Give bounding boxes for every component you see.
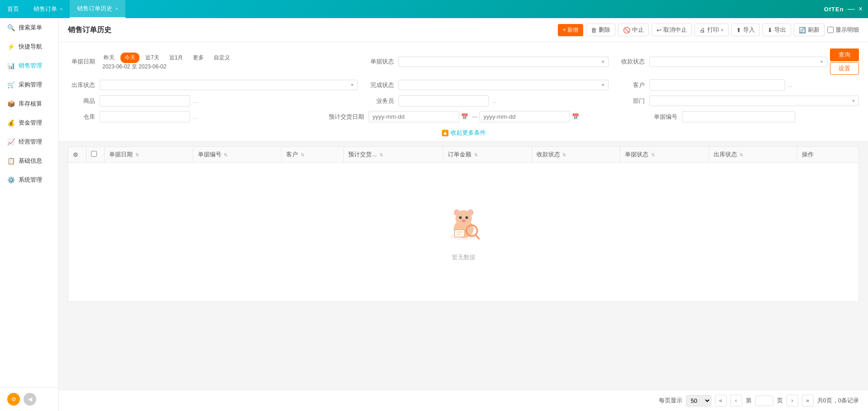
page-suffix: 页 <box>777 396 783 405</box>
customer-col: 客户 ... <box>618 79 859 91</box>
warehouse-dots[interactable]: ... <box>193 113 198 120</box>
date-btn-7days[interactable]: 近7天 <box>141 53 163 63</box>
bill-no-input[interactable] <box>682 111 795 122</box>
salesperson-dots[interactable]: ... <box>492 97 497 104</box>
complete-status-col: 完成状态 ▾ <box>367 80 608 90</box>
sidebar-item-quick-nav[interactable]: ⚡ 快捷导航 <box>0 37 58 56</box>
set-btn[interactable]: 设置 <box>830 62 859 75</box>
sidebar-item-finance[interactable]: 💰 资金管理 <box>0 113 58 132</box>
receipt-status-select[interactable]: ▾ <box>649 57 827 67</box>
display-detail-checkbox[interactable] <box>827 27 834 33</box>
print-btn[interactable]: 🖨 打印 ▾ <box>695 24 729 36</box>
date-btn-yesterday[interactable]: 昨天 <box>100 53 119 63</box>
tab-bar: 首页 销售订单 × 销售订单历史 × <box>0 0 819 18</box>
operations-icon: 📈 <box>7 138 15 145</box>
collapse-sidebar-btn[interactable]: ◀ <box>24 393 36 406</box>
calendar-to-icon[interactable]: 📅 <box>572 113 579 120</box>
sidebar-item-inventory[interactable]: 📦 库存核算 <box>0 94 58 113</box>
sidebar-item-basic-info[interactable]: 📋 基础信息 <box>0 151 58 170</box>
th-expected-date[interactable]: 预计交货... ⇅ <box>344 147 443 163</box>
print-icon: 🖨 <box>700 27 705 34</box>
bill-no-col: 单据编号 <box>650 111 859 122</box>
page-prev-btn[interactable]: ‹ <box>730 395 742 406</box>
page-last-btn[interactable]: » <box>802 395 814 406</box>
warehouse-input[interactable] <box>100 111 190 122</box>
refresh-btn[interactable]: 🔄 刷新 <box>794 24 825 36</box>
sidebar-item-operations[interactable]: 📈 经营管理 <box>0 132 58 151</box>
close-btn[interactable]: × <box>858 5 863 13</box>
page-first-btn[interactable]: « <box>715 395 727 406</box>
tab-home[interactable]: 首页 <box>0 0 26 18</box>
export-icon: ⬇ <box>767 27 772 34</box>
page-next-btn[interactable]: › <box>786 395 798 406</box>
th-settings[interactable]: ⚙ <box>68 147 86 163</box>
import-btn[interactable]: ⬆ 导入 <box>731 24 760 36</box>
pagination-bar: 每页显示 20 50 100 200 « ‹ 第 1 页 › » 共0页，0条记… <box>59 390 868 411</box>
expected-date-to[interactable] <box>480 111 570 122</box>
sidebar-item-purchase[interactable]: 🛒 采购管理 <box>0 75 58 94</box>
th-bill-status-label: 单据状态 <box>625 151 648 158</box>
th-amount[interactable]: 订单金额 ⇅ <box>443 147 532 163</box>
product-input[interactable] <box>100 95 190 106</box>
new-btn[interactable]: + 新增 <box>558 24 583 36</box>
th-no[interactable]: 单据编号 ⇅ <box>193 147 282 163</box>
product-dots[interactable]: ... <box>193 97 198 104</box>
sort-receipt-icon: ⇅ <box>562 152 566 157</box>
tab-sales-order-close[interactable]: × <box>60 6 62 12</box>
complete-status-select[interactable]: ▾ <box>398 80 608 90</box>
cancel-stop-btn[interactable]: ↩ 取消中止 <box>652 24 692 36</box>
sort-date-icon: ⇅ <box>135 152 139 157</box>
content-area: 销售订单历史 + 新增 🗑 删除 🚫 中止 ↩ 取消中止 🖨 打印 <box>59 18 868 411</box>
per-page-select[interactable]: 20 50 100 200 <box>686 395 711 406</box>
th-action: 操作 <box>797 147 859 163</box>
sidebar-bottom: ⚙ ◀ <box>0 387 58 411</box>
th-date[interactable]: 单据日期 ⇅ <box>105 147 193 163</box>
display-detail-wrap: 显示明细 <box>827 26 859 34</box>
page-header: 销售订单历史 + 新增 🗑 删除 🚫 中止 ↩ 取消中止 🖨 打印 <box>59 18 868 42</box>
export-btn[interactable]: ⬇ 导出 <box>762 24 791 36</box>
main-layout: 🔍 搜索菜单 ⚡ 快捷导航 📊 销售管理 🛒 采购管理 📦 库存核算 💰 资金管… <box>0 18 868 411</box>
date-btn-today[interactable]: 今天 <box>120 53 139 63</box>
empty-row: 暂无数据 <box>68 163 859 302</box>
bill-status-select[interactable]: ▾ <box>398 57 608 67</box>
customer-input[interactable] <box>649 79 785 91</box>
collapse-bar[interactable]: 🔼 收起更多条件 <box>68 127 859 139</box>
settings-bottom-btn[interactable]: ⚙ <box>7 393 20 406</box>
department-select[interactable]: ▾ <box>649 96 859 106</box>
date-btn-custom[interactable]: 自定义 <box>210 53 234 63</box>
minimize-btn[interactable]: — <box>848 5 855 13</box>
date-btn-more[interactable]: 更多 <box>189 53 208 63</box>
tab-sales-order-label: 销售订单 <box>34 5 57 13</box>
expected-date-from[interactable] <box>369 111 459 122</box>
th-customer[interactable]: 客户 ⇅ <box>282 147 344 163</box>
sidebar-item-sales[interactable]: 📊 销售管理 <box>0 56 58 75</box>
th-check[interactable] <box>86 147 105 163</box>
empty-illustration <box>441 203 486 248</box>
th-receipt-status[interactable]: 收款状态 ⇅ <box>532 147 620 163</box>
warehouse-col: 仓库 ... <box>68 111 319 122</box>
salesperson-input[interactable] <box>398 95 489 106</box>
stop-btn[interactable]: 🚫 中止 <box>618 24 649 36</box>
filter-row-1: 单据日期 昨天 今天 近7天 近1月 更多 自定义 2023-06-02 至 2… <box>68 48 859 75</box>
salesperson-label: 业务员 <box>367 97 398 105</box>
th-bill-status[interactable]: 单据状态 ⇅ <box>620 147 709 163</box>
chevron-up-icon: 🔼 <box>441 130 449 136</box>
sidebar-item-basic-info-label: 基础信息 <box>19 157 42 165</box>
sidebar-item-system[interactable]: ⚙️ 系统管理 <box>0 170 58 189</box>
outbound-status-select[interactable]: ▾ <box>100 80 358 90</box>
sidebar-item-search[interactable]: 🔍 搜索菜单 <box>0 18 58 37</box>
tab-sales-order-history-close[interactable]: × <box>115 6 118 11</box>
tab-sales-order-history[interactable]: 销售订单历史 × <box>70 0 125 18</box>
tab-sales-order[interactable]: 销售订单 × <box>26 0 70 18</box>
customer-dots[interactable]: ... <box>788 82 793 88</box>
th-outbound-status[interactable]: 出库状态 ⇅ <box>709 147 797 163</box>
delete-btn[interactable]: 🗑 删除 <box>586 24 615 36</box>
date-btn-1month[interactable]: 近1月 <box>165 53 187 63</box>
select-all-checkbox[interactable] <box>91 151 97 157</box>
query-btn[interactable]: 查询 <box>830 48 859 61</box>
calendar-from-icon[interactable]: 📅 <box>461 113 468 120</box>
page-input[interactable]: 1 <box>755 396 773 406</box>
outbound-arrow: ▾ <box>351 82 354 88</box>
brand-text: OfTEn <box>824 6 844 13</box>
system-icon: ⚙️ <box>7 176 15 184</box>
